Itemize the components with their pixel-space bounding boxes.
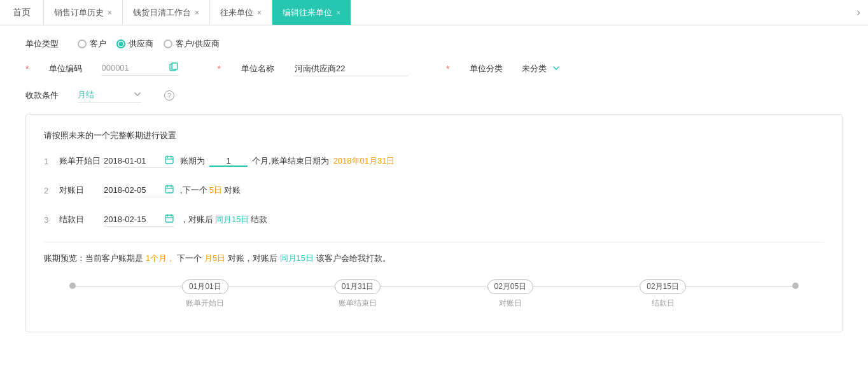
tab-edit-partner-label: 编辑往来单位 — [283, 7, 332, 18]
unit-name-label: 单位名称 — [241, 63, 274, 74]
day-highlight-3: 同月15日 — [215, 214, 249, 225]
payment-label: 收款条件 — [25, 90, 59, 101]
help-icon[interactable]: ? — [164, 90, 174, 101]
preview-reconcile: 对账，对账后 — [228, 253, 277, 263]
calendar-icon-1[interactable] — [165, 155, 174, 166]
svg-rect-6 — [165, 186, 173, 193]
tab-expand-button[interactable]: › — [849, 0, 868, 25]
radio-both[interactable]: 客户/供应商 — [164, 38, 220, 50]
close-icon[interactable]: × — [195, 8, 199, 17]
timeline-end-dot — [792, 279, 799, 289]
row-label-3: 结款日 — [59, 214, 104, 225]
start-date-field — [104, 154, 174, 168]
row-num-1: 1 — [44, 157, 59, 166]
tab-cash-work[interactable]: 钱货日清工作台 × — [123, 0, 210, 25]
calendar-icon-2[interactable] — [165, 185, 174, 195]
unit-type-row: 单位类型 客户 供应商 客户/供应商 — [25, 38, 843, 50]
timeline-start-dot — [69, 279, 76, 289]
timeline-badge-2: 01月31日 — [335, 279, 381, 294]
desc-prefix-3: ，对账后 — [180, 214, 213, 225]
unit-type-label: 单位类型 — [25, 38, 59, 50]
close-icon[interactable]: × — [108, 8, 112, 17]
preview-day5: 月5日 — [204, 253, 225, 263]
dot-right — [792, 283, 799, 289]
unit-name-input[interactable] — [293, 61, 408, 76]
reconcile-date-input[interactable] — [104, 185, 161, 195]
radio-both-label: 客户/供应商 — [176, 38, 220, 50]
desc-text-2: 对账 — [224, 185, 241, 196]
payment-date-input[interactable] — [104, 215, 161, 224]
desc-suffix-1: 个月,账单结束日期为 — [252, 155, 329, 167]
tab-sales-history-label: 销售订单历史 — [54, 7, 104, 18]
svg-rect-10 — [165, 215, 173, 222]
calendar-icon-3[interactable] — [165, 214, 174, 225]
unit-class-value: 未分类 — [522, 63, 547, 74]
unit-code-input[interactable] — [101, 63, 165, 73]
row-desc-3: ，对账后 同月15日 结款 — [180, 214, 267, 225]
timeline-label-2: 账单结束日 — [339, 298, 377, 309]
svg-rect-1 — [172, 63, 178, 69]
payment-row: 收款条件 月结 ? — [25, 88, 843, 102]
payment-date-field — [104, 213, 174, 227]
timeline-container: 01月01日 账单开始日 01月31日 账单结束日 02月05日 对账日 — [44, 279, 824, 309]
tab-home[interactable]: 首页 — [0, 0, 44, 25]
tab-home-label: 首页 — [13, 7, 31, 18]
preview-text: 账期预览：当前客户账期是 1个月， 下一个 月5日 对账，对账后 同月15日 该… — [44, 253, 824, 264]
radio-customer[interactable]: 客户 — [78, 38, 106, 50]
close-icon[interactable]: × — [257, 8, 262, 17]
timeline-badge-3: 02月05日 — [487, 279, 534, 294]
radio-customer-label: 客户 — [90, 38, 106, 50]
tab-bar: 首页 销售订单历史 × 钱货日清工作台 × 往来单位 × 编辑往来单位 × › — [0, 0, 868, 25]
setting-row-2: 2 对账日 ,下一个 5日 对账 — [44, 183, 824, 197]
panel-title: 请按照未来的一个完整帐期进行设置 — [44, 130, 824, 141]
tab-partner-label: 往来单位 — [220, 7, 253, 18]
preview-months: 1个月， — [146, 253, 175, 263]
timeline-label-3: 对账日 — [499, 298, 522, 309]
copy-icon[interactable] — [169, 62, 179, 74]
tab-partner[interactable]: 往来单位 × — [210, 0, 272, 25]
month-input[interactable] — [209, 156, 248, 167]
unit-class-dropdown[interactable]: 未分类 — [522, 63, 561, 74]
radio-circle-both — [164, 39, 172, 48]
settings-panel: 请按照未来的一个完整帐期进行设置 1 账单开始日 账期为 个月,账单结束日期为 … — [25, 114, 843, 332]
timeline-node-2: 01月31日 账单结束日 — [335, 279, 381, 309]
day-highlight-2: 5日 — [209, 185, 222, 196]
timeline-node-3: 02月05日 对账日 — [487, 279, 534, 309]
setting-row-1: 1 账单开始日 账期为 个月,账单结束日期为 2018年01月31日 — [44, 154, 824, 168]
svg-rect-2 — [165, 157, 173, 164]
tab-sales-history[interactable]: 销售订单历史 × — [44, 0, 123, 25]
timeline-row: 01月01日 账单开始日 01月31日 账单结束日 02月05日 对账日 — [69, 279, 799, 309]
timeline-badge-1: 01月01日 — [182, 279, 228, 294]
row-desc-1: 账期为 个月,账单结束日期为 2018年01月31日 — [180, 155, 395, 167]
desc-comma-2: ,下一个 — [180, 185, 207, 196]
radio-supplier-label: 供应商 — [129, 38, 153, 50]
preview-day15: 同月15日 — [280, 253, 314, 263]
timeline-node-1: 01月01日 账单开始日 — [182, 279, 228, 309]
preview-label: 账期预览：当前客户账期是 — [44, 253, 143, 263]
unit-class-label: 单位分类 — [470, 63, 503, 74]
preview-next: 下一个 — [177, 253, 202, 263]
main-content: 单位类型 客户 供应商 客户/供应商 * 单位编码 * 单位 — [0, 25, 868, 387]
start-date-input[interactable] — [104, 156, 161, 165]
end-date-highlight: 2018年01月31日 — [333, 155, 395, 167]
required-star-name: * — [217, 64, 220, 74]
setting-row-3: 3 结款日 ，对账后 同月15日 结款 — [44, 213, 824, 227]
row-label-2: 对账日 — [59, 185, 104, 196]
radio-supplier[interactable]: 供应商 — [116, 38, 153, 50]
required-star-code: * — [25, 64, 29, 74]
dropdown-arrow-icon — [134, 90, 141, 99]
desc-prefix-1: 账期为 — [180, 155, 205, 167]
row-label-1: 账单开始日 — [59, 155, 104, 167]
radio-circle-supplier — [116, 39, 125, 48]
desc-suffix-3: 结款 — [251, 214, 267, 225]
tab-edit-partner[interactable]: 编辑往来单位 × — [272, 0, 351, 25]
payment-dropdown[interactable]: 月结 — [78, 88, 141, 102]
timeline-badge-4: 02月15日 — [640, 279, 686, 294]
unit-class-arrow-icon — [552, 64, 561, 74]
radio-group-unit-type: 客户 供应商 客户/供应商 — [78, 38, 220, 50]
radio-circle-customer — [78, 39, 87, 48]
required-star-class: * — [446, 64, 449, 74]
unit-code-label: 单位编码 — [49, 63, 82, 74]
close-icon[interactable]: × — [336, 8, 340, 17]
row-num-3: 3 — [44, 215, 59, 225]
